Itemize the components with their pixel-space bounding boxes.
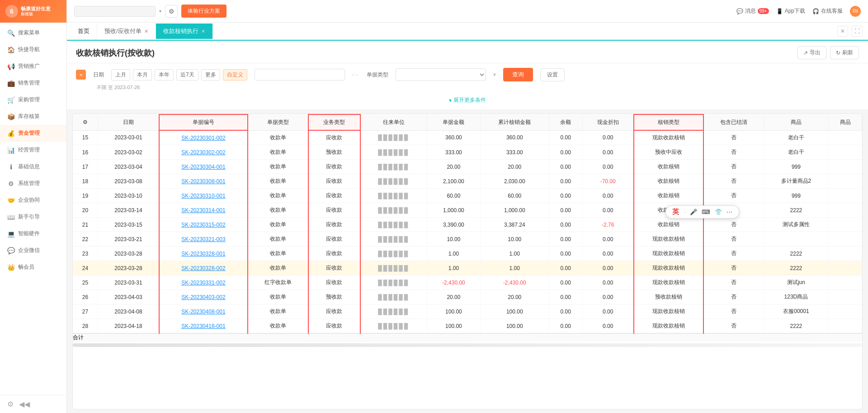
- tab-verification-close-icon[interactable]: ✕: [201, 28, 205, 34]
- filter-toggle-button[interactable]: »: [76, 70, 86, 80]
- query-button[interactable]: 查询: [503, 68, 533, 81]
- breadcrumb-dropdown-icon[interactable]: ▾: [159, 9, 161, 14]
- tab-home[interactable]: 首页: [71, 24, 97, 39]
- sidebar-icon: 💻: [7, 230, 14, 237]
- cell-bill-no[interactable]: SK-20230403-002: [159, 290, 248, 304]
- tab-prepayment-close-icon[interactable]: ✕: [144, 28, 148, 34]
- th-biz-type[interactable]: 业务类型: [308, 114, 360, 130]
- settings-icon[interactable]: ⚙: [7, 400, 14, 408]
- cell-verify-type: 收款核销: [634, 160, 703, 174]
- cell-bill-no[interactable]: SK-20230304-001: [159, 160, 248, 174]
- tab-expand-btn[interactable]: ⛶: [852, 26, 863, 37]
- sidebar-item-销售管理[interactable]: 💼销售管理: [0, 75, 66, 91]
- sidebar-label: 智能硬件: [18, 230, 40, 237]
- more-date-btn[interactable]: 更多: [201, 69, 220, 81]
- cell-bill-no[interactable]: SK-20230331-002: [159, 275, 248, 290]
- footer-label: 合计: [73, 333, 159, 342]
- partner-filter-input[interactable]: [255, 69, 345, 81]
- last-7days-btn[interactable]: 近7天: [176, 69, 198, 81]
- th-partner[interactable]: 往来单位: [360, 114, 427, 130]
- sidebar-item-畅会员[interactable]: 👑畅会员: [0, 259, 66, 275]
- th-amount[interactable]: 单据金额: [427, 114, 480, 130]
- cell-date: 2023-03-10: [98, 189, 159, 203]
- sidebar-item-库存核算[interactable]: 📦库存核算: [0, 108, 66, 125]
- notification-badge[interactable]: 💬 消息 99+: [736, 7, 769, 15]
- cell-date: 2023-03-14: [98, 203, 159, 218]
- this-year-btn[interactable]: 本年: [155, 69, 174, 81]
- cell-partner: ██████: [360, 247, 427, 261]
- bill-type-select[interactable]: [396, 68, 486, 81]
- sidebar-item-营销推广[interactable]: 📢营销推广: [0, 58, 66, 75]
- cell-bill-no[interactable]: SK-20230418-001: [159, 319, 248, 334]
- th-total-verified[interactable]: 累计核销金额: [480, 114, 549, 130]
- sidebar-label: 搜索菜单: [18, 29, 40, 37]
- cell-bill-no[interactable]: SK-20230321-003: [159, 232, 248, 247]
- sidebar-item-基础信息[interactable]: ℹ基础信息: [0, 158, 66, 175]
- user-avatar[interactable]: Rit: [850, 6, 861, 17]
- cell-bill-no[interactable]: SK-20230301-002: [159, 130, 248, 145]
- cell-amount: 20.00: [427, 160, 480, 174]
- cell-bill-no[interactable]: SK-20230408-001: [159, 304, 248, 319]
- cell-bill-type: 收款单: [248, 160, 308, 174]
- sidebar-item-快捷导航[interactable]: 🏠快捷导航: [0, 41, 66, 58]
- expand-more-conditions[interactable]: ▾ 展开更多条件: [76, 94, 859, 105]
- sidebar-item-企业协同[interactable]: 🤝企业协同: [0, 192, 66, 209]
- cell-bill-no[interactable]: SK-20230328-001: [159, 247, 248, 261]
- gear-button[interactable]: ⚙: [165, 5, 178, 18]
- th-date[interactable]: 日期: [98, 114, 159, 130]
- th-cash-discount[interactable]: 现金折扣: [582, 114, 634, 130]
- sidebar-item-新手引导[interactable]: 📖新手引导: [0, 209, 66, 225]
- refresh-button[interactable]: ↻ 刷新: [830, 46, 859, 59]
- online-service-btn[interactable]: 🎧 在线客服: [812, 7, 843, 15]
- th-product2[interactable]: 商品: [829, 114, 862, 130]
- ime-shirt-icon[interactable]: 👕: [715, 209, 722, 215]
- sidebar-item-经营管理[interactable]: 📊经营管理: [0, 142, 66, 158]
- cell-bill-no[interactable]: SK-20230314-001: [159, 203, 248, 218]
- th-product1[interactable]: 商品: [764, 114, 829, 130]
- sidebar-item-采购管理[interactable]: 🛒采购管理: [0, 91, 66, 108]
- th-balance[interactable]: 余额: [549, 114, 582, 130]
- table-row: 27 2023-04-08 SK-20230408-001 收款单 应收款 ██…: [73, 304, 862, 319]
- th-settings[interactable]: ⚙: [73, 114, 98, 130]
- ime-mic-icon[interactable]: 🎤: [690, 209, 697, 215]
- th-bill-no[interactable]: 单据编号: [159, 114, 248, 130]
- partner-more-dots[interactable]: ···: [352, 71, 359, 78]
- app-download-btn[interactable]: 📱 App下载: [776, 7, 805, 15]
- cell-include-settled: 否: [703, 261, 764, 275]
- last-month-btn[interactable]: 上月: [111, 69, 130, 81]
- cell-bill-no[interactable]: SK-20230310-001: [159, 189, 248, 203]
- cell-product2: [829, 232, 862, 247]
- ime-keyboard-icon[interactable]: ⌨: [702, 209, 710, 215]
- tab-close-all-btn[interactable]: ✕: [837, 26, 848, 37]
- custom-date-btn[interactable]: 自定义: [223, 69, 247, 81]
- industry-solution-button[interactable]: 体验行业方案: [181, 5, 226, 18]
- th-verify-type[interactable]: 核销类型: [634, 114, 703, 130]
- page-title: 收款核销执行(按收款): [76, 47, 155, 58]
- breadcrumb-input[interactable]: [74, 6, 156, 17]
- cell-bill-no[interactable]: SK-20230315-002: [159, 218, 248, 232]
- cell-bill-type: 收款单: [248, 218, 308, 232]
- sidebar-item-企业微信[interactable]: 💬企业微信: [0, 242, 66, 259]
- th-bill-type[interactable]: 单据类型: [248, 114, 308, 130]
- cell-amount: 100.00: [427, 319, 480, 334]
- collapse-icon[interactable]: ◀◀: [19, 400, 30, 408]
- tab-verification[interactable]: 收款核销执行 ✕: [156, 24, 213, 39]
- this-month-btn[interactable]: 本月: [133, 69, 152, 81]
- footer-balance: [549, 333, 582, 342]
- cell-bill-no[interactable]: SK-20230302-002: [159, 145, 248, 160]
- tab-prepayment[interactable]: 预收/应收付单 ✕: [97, 24, 156, 39]
- horizontal-scrollbar[interactable]: [73, 343, 862, 347]
- sidebar-item-搜索菜单[interactable]: 🔍搜索菜单: [0, 24, 66, 41]
- sidebar-item-资金管理[interactable]: 💰资金管理: [0, 125, 66, 142]
- settings-button[interactable]: 设置: [540, 68, 565, 81]
- export-button[interactable]: ↗ 导出: [797, 46, 826, 59]
- cell-bill-no[interactable]: SK-20230308-001: [159, 174, 248, 189]
- sidebar-item-系统管理[interactable]: ⚙系统管理: [0, 175, 66, 192]
- data-table: ⚙ 日期 单据编号 单据类型 业务类型 往来单位 单据金额 累计核销金额 余额 …: [73, 114, 862, 342]
- cell-date: 2023-03-21: [98, 232, 159, 247]
- sidebar-item-智能硬件[interactable]: 💻智能硬件: [0, 225, 66, 242]
- th-include-settled[interactable]: 包含已结清: [703, 114, 764, 130]
- ime-more-icon[interactable]: ⋯: [726, 209, 732, 215]
- cell-balance: 0.00: [549, 304, 582, 319]
- cell-bill-no[interactable]: SK-20230328-002: [159, 261, 248, 275]
